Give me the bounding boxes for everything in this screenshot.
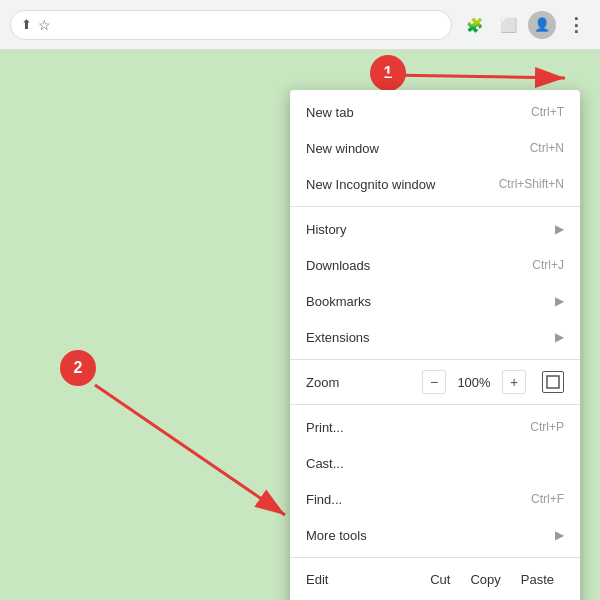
main-content: 1 2 New tab Ctrl+T New window Ctrl+ bbox=[0, 50, 600, 600]
menu-item-new-tab[interactable]: New tab Ctrl+T bbox=[290, 94, 580, 130]
cut-button[interactable]: Cut bbox=[420, 568, 460, 591]
browser-toolbar: ⬆ ☆ 🧩 ⬜ 👤 ⋮ bbox=[0, 0, 600, 50]
menu-item-extensions[interactable]: Extensions ▶ bbox=[290, 319, 580, 355]
svg-line-3 bbox=[95, 385, 285, 515]
menu-item-bookmarks[interactable]: Bookmarks ▶ bbox=[290, 283, 580, 319]
zoom-fullscreen-button[interactable] bbox=[542, 371, 564, 393]
toolbar-icons: 🧩 ⬜ 👤 ⋮ bbox=[460, 11, 590, 39]
share-icon[interactable]: ⬆ bbox=[21, 17, 32, 32]
menu-item-downloads[interactable]: Downloads Ctrl+J bbox=[290, 247, 580, 283]
menu-item-more-tools[interactable]: More tools ▶ bbox=[290, 517, 580, 553]
address-bar[interactable]: ⬆ ☆ bbox=[10, 10, 452, 40]
tab-icon[interactable]: ⬜ bbox=[494, 11, 522, 39]
step1-circle: 1 bbox=[370, 55, 406, 91]
context-menu: New tab Ctrl+T New window Ctrl+N New Inc… bbox=[290, 90, 580, 600]
menu-item-cast[interactable]: Cast... bbox=[290, 445, 580, 481]
divider-1 bbox=[290, 206, 580, 207]
paste-button[interactable]: Paste bbox=[511, 568, 564, 591]
zoom-minus-button[interactable]: − bbox=[422, 370, 446, 394]
menu-icon[interactable]: ⋮ bbox=[562, 11, 590, 39]
divider-2 bbox=[290, 359, 580, 360]
extension-icon[interactable]: 🧩 bbox=[460, 11, 488, 39]
divider-4 bbox=[290, 557, 580, 558]
menu-item-incognito[interactable]: New Incognito window Ctrl+Shift+N bbox=[290, 166, 580, 202]
menu-item-find[interactable]: Find... Ctrl+F bbox=[290, 481, 580, 517]
profile-icon[interactable]: 👤 bbox=[528, 11, 556, 39]
zoom-row: Zoom − 100% + bbox=[290, 364, 580, 400]
menu-item-history[interactable]: History ▶ bbox=[290, 211, 580, 247]
divider-3 bbox=[290, 404, 580, 405]
menu-item-print[interactable]: Print... Ctrl+P bbox=[290, 409, 580, 445]
zoom-plus-button[interactable]: + bbox=[502, 370, 526, 394]
zoom-value: 100% bbox=[454, 375, 494, 390]
copy-button[interactable]: Copy bbox=[460, 568, 510, 591]
edit-row: Edit Cut Copy Paste bbox=[290, 562, 580, 597]
fullscreen-icon bbox=[546, 375, 560, 389]
menu-item-new-window[interactable]: New window Ctrl+N bbox=[290, 130, 580, 166]
step2-circle: 2 bbox=[60, 350, 96, 386]
svg-line-2 bbox=[387, 75, 565, 78]
bookmark-icon[interactable]: ☆ bbox=[38, 17, 51, 33]
svg-rect-4 bbox=[547, 376, 559, 388]
